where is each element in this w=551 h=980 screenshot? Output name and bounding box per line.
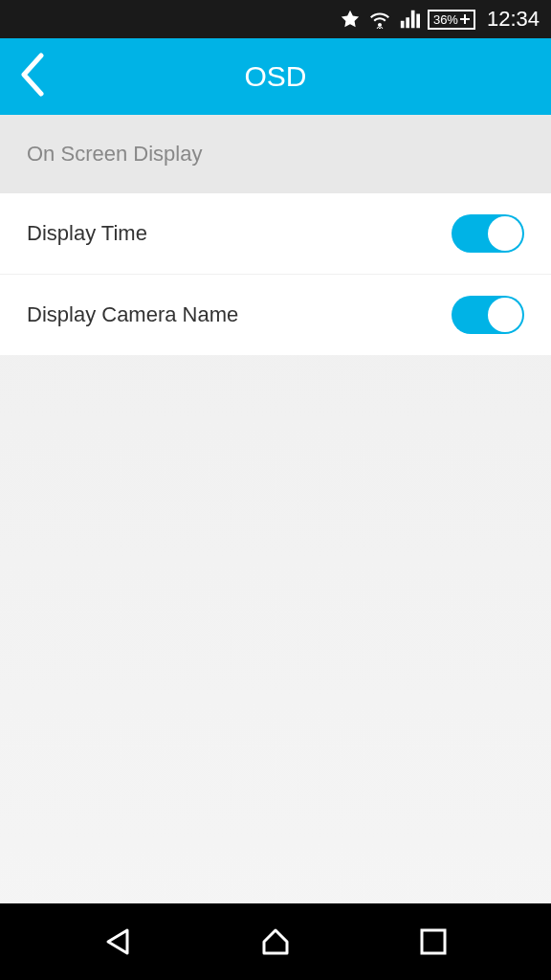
- wifi-icon: [368, 8, 391, 31]
- app-header: OSD: [0, 38, 551, 115]
- status-bar: 36% 12:34: [0, 0, 551, 38]
- svg-rect-1: [460, 18, 470, 20]
- section-header: On Screen Display: [0, 115, 551, 193]
- battery-indicator: 36%: [428, 10, 475, 30]
- toggle-display-camera-name[interactable]: [452, 296, 524, 334]
- nav-recent-button[interactable]: [405, 913, 462, 970]
- setting-label: Display Camera Name: [27, 302, 452, 327]
- setting-label: Display Time: [27, 221, 452, 246]
- cellular-icon: [399, 9, 420, 30]
- clock: 12:34: [487, 7, 540, 32]
- back-button[interactable]: [19, 53, 44, 100]
- nav-back-button[interactable]: [89, 913, 146, 970]
- svg-rect-2: [422, 930, 445, 953]
- setting-display-time: Display Time: [0, 193, 551, 275]
- star-icon: [340, 9, 361, 30]
- page-title: OSD: [0, 60, 551, 93]
- nav-home-button[interactable]: [247, 913, 304, 970]
- toggle-display-time[interactable]: [452, 214, 524, 253]
- battery-percent: 36%: [433, 12, 458, 27]
- navigation-bar: [0, 903, 551, 980]
- settings-list: Display Time Display Camera Name: [0, 193, 551, 355]
- setting-display-camera-name: Display Camera Name: [0, 275, 551, 355]
